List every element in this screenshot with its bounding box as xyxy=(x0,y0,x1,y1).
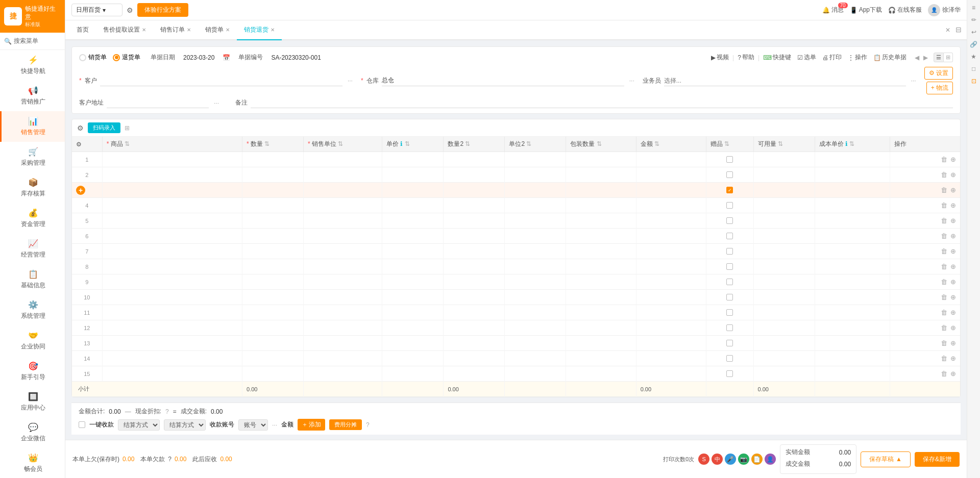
col-settings-icon[interactable]: ⊞ xyxy=(125,124,130,132)
unit2-cell-7[interactable] xyxy=(505,244,566,259)
amount-cell-9[interactable] xyxy=(636,274,706,290)
address-select-btn[interactable]: ··· xyxy=(214,99,219,107)
cost-cell-11[interactable] xyxy=(815,305,890,320)
qty2-cell-14[interactable] xyxy=(444,351,505,366)
accounting-select[interactable]: 结算方式 xyxy=(118,419,160,431)
close-all-tabs-btn[interactable]: ✕ xyxy=(943,24,952,36)
price-cell-13[interactable] xyxy=(382,336,444,351)
col-gear-icon[interactable]: ⚙ xyxy=(76,141,82,148)
pack-cell-7[interactable] xyxy=(566,244,636,259)
account-dots-btn[interactable]: ··· xyxy=(272,421,277,429)
salesperson-input[interactable] xyxy=(664,76,906,86)
qty-cell-9[interactable] xyxy=(242,274,304,290)
avail-cell-3[interactable] xyxy=(753,183,815,198)
qty2-cell-13[interactable] xyxy=(444,336,505,351)
product-input-1[interactable] xyxy=(107,157,238,163)
one-key-pay-checkbox[interactable] xyxy=(79,421,85,428)
qty2-cell-5[interactable] xyxy=(444,213,505,229)
qty2-cell-1[interactable] xyxy=(444,152,505,167)
save-draft-btn[interactable]: 保存草稿 ▲ xyxy=(861,451,911,467)
discount-help-icon[interactable]: ? xyxy=(165,408,169,415)
delete-row-btn-15[interactable]: 🗑 xyxy=(941,370,947,378)
gift-checkbox-6[interactable] xyxy=(726,233,733,239)
select-btn[interactable]: ☑ 选单 xyxy=(795,52,819,63)
product-cell-10[interactable] xyxy=(102,290,242,305)
price-cell-3[interactable] xyxy=(382,183,444,198)
copy-row-btn-8[interactable]: ⊕ xyxy=(950,263,956,270)
gift-checkbox-15[interactable] xyxy=(726,370,733,377)
product-cell-11[interactable] xyxy=(102,305,242,320)
copy-row-btn-12[interactable]: ⊕ xyxy=(950,324,956,332)
pack-cell-6[interactable] xyxy=(566,229,636,244)
amount-cell-11[interactable] xyxy=(636,305,706,320)
operation-btn[interactable]: ⋮ 操作 xyxy=(845,52,870,63)
ime-cam-btn[interactable]: 📷 xyxy=(738,454,749,465)
qty-cell-1[interactable] xyxy=(242,152,304,167)
product-cell-5[interactable] xyxy=(102,213,242,229)
amount-cell-4[interactable] xyxy=(636,198,706,213)
delete-row-btn-1[interactable]: 🗑 xyxy=(941,156,947,163)
price-cell-4[interactable] xyxy=(382,198,444,213)
product-input-5[interactable] xyxy=(107,218,238,224)
account-select[interactable]: 账号 xyxy=(238,419,268,431)
pack-cell-10[interactable] xyxy=(566,290,636,305)
amount-cell-13[interactable] xyxy=(636,336,706,351)
gift-checkbox-14[interactable] xyxy=(726,355,733,362)
rp-icon-7[interactable]: ⊡ xyxy=(968,76,979,87)
tab-sales-order[interactable]: 销售订单 ✕ xyxy=(153,20,198,40)
gift-checkbox-2[interactable] xyxy=(726,171,733,178)
qty2-cell-7[interactable] xyxy=(444,244,505,259)
unit2-cell-5[interactable] xyxy=(505,213,566,229)
cost-cell-7[interactable] xyxy=(815,244,890,259)
save-new-btn[interactable]: 保存&新增 xyxy=(915,452,960,467)
product-cell-12[interactable] xyxy=(102,320,242,336)
avail-cell-2[interactable] xyxy=(753,167,815,183)
grid-view-btn[interactable]: ☰ xyxy=(934,53,944,62)
qty2-cell-11[interactable] xyxy=(444,305,505,320)
gift-cell-4[interactable] xyxy=(706,198,753,213)
gift-checkbox-13[interactable] xyxy=(726,340,733,346)
delete-row-btn-14[interactable]: 🗑 xyxy=(941,355,947,362)
gift-checkbox-4[interactable] xyxy=(726,202,733,209)
price-cell-10[interactable] xyxy=(382,290,444,305)
price-cell-15[interactable] xyxy=(382,366,444,382)
product-input-12[interactable] xyxy=(107,325,238,331)
app-download-btn[interactable]: 📱 App下载 xyxy=(850,6,882,14)
radio-xhd[interactable]: 销货单 xyxy=(79,53,107,62)
delete-row-btn-4[interactable]: 🗑 xyxy=(941,202,947,209)
avail-cell-13[interactable] xyxy=(753,336,815,351)
tab-close-sales-order[interactable]: ✕ xyxy=(187,27,191,33)
product-input-10[interactable] xyxy=(107,294,238,300)
pack-cell-11[interactable] xyxy=(566,305,636,320)
qty-cell-13[interactable] xyxy=(242,336,304,351)
feiyong-btn[interactable]: 费用分摊 xyxy=(329,419,362,430)
unit2-cell-6[interactable] xyxy=(505,229,566,244)
cost-cell-5[interactable] xyxy=(815,213,890,229)
cost-cell-3[interactable] xyxy=(815,183,890,198)
cost-cell-10[interactable] xyxy=(815,290,890,305)
copy-row-btn-14[interactable]: ⊕ xyxy=(950,355,956,362)
industry-select[interactable]: 日用百货 ▾ xyxy=(71,4,122,16)
unit-cell-15[interactable] xyxy=(304,366,382,382)
sort-unit2-icon[interactable]: ⇅ xyxy=(526,140,531,147)
product-cell-6[interactable] xyxy=(102,229,242,244)
scan-btn[interactable]: 扫码录入 xyxy=(88,122,120,133)
video-btn[interactable]: ▶ 视频 xyxy=(708,52,731,63)
gift-checkbox-9[interactable] xyxy=(726,279,733,285)
unit-cell-10[interactable] xyxy=(304,290,382,305)
delete-row-btn-13[interactable]: 🗑 xyxy=(941,339,947,347)
unit-cell-9[interactable] xyxy=(304,274,382,290)
sort-amount-icon[interactable]: ⇅ xyxy=(654,140,659,147)
sidebar-item-qiye[interactable]: 🤝 企业协同 xyxy=(0,325,65,356)
unit-cell-13[interactable] xyxy=(304,336,382,351)
avail-cell-1[interactable] xyxy=(753,152,815,167)
qty2-cell-9[interactable] xyxy=(444,274,505,290)
rp-icon-4[interactable]: 🔗 xyxy=(968,39,979,50)
unit-cell-11[interactable] xyxy=(304,305,382,320)
cost-cell-6[interactable] xyxy=(815,229,890,244)
cost-cell-8[interactable] xyxy=(815,259,890,274)
sidebar-item-kucun[interactable]: 📦 库存核算 xyxy=(0,172,65,203)
copy-row-btn-9[interactable]: ⊕ xyxy=(950,278,956,286)
sidebar-item-weixin[interactable]: 💬 企业微信 xyxy=(0,417,65,448)
ime-zh-btn[interactable]: 中 xyxy=(712,454,723,465)
